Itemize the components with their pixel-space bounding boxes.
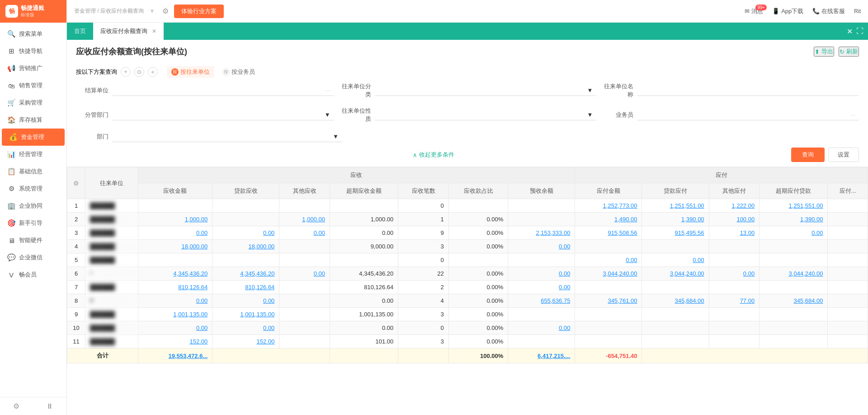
filter-add-button[interactable]: + xyxy=(121,67,131,77)
table-cell[interactable]: 1,222.00 xyxy=(709,199,760,213)
sidebar-item-funds[interactable]: 💰 资金管理 xyxy=(2,129,65,146)
table-cell[interactable]: 345,684.00 xyxy=(760,294,828,308)
table-cell[interactable]: 1,251,551.00 xyxy=(642,199,709,213)
sidebar-item-operations[interactable]: 📊 经营管理 xyxy=(0,146,66,163)
filter-dept-select[interactable]: ▼ xyxy=(112,131,342,142)
sidebar-item-enterprise[interactable]: 🏢 企业协同 xyxy=(0,197,66,215)
table-cell[interactable]: 18,000.00 xyxy=(138,240,212,253)
table-cell[interactable]: 3,044,240.00 xyxy=(575,267,642,281)
message-button[interactable]: ✉ 消息 99+ xyxy=(745,7,763,15)
table-cell[interactable]: 810,126.64 xyxy=(138,281,212,294)
table-cell[interactable]: 0.00 xyxy=(138,294,212,308)
table-cell[interactable]: 0.00 xyxy=(138,226,212,240)
filter-option-salesperson[interactable]: 按 按业务员 xyxy=(218,66,259,78)
filter-salesperson-dots[interactable]: ··· xyxy=(850,111,855,118)
dropdown-arrow-icon[interactable]: ▼ xyxy=(149,8,155,14)
table-cell[interactable]: 0.00 xyxy=(212,321,279,335)
table-cell[interactable]: 345,684.00 xyxy=(642,294,709,308)
sidebar-settings-button[interactable]: ⚙ xyxy=(13,402,19,410)
sidebar-item-member[interactable]: V 畅会员 xyxy=(0,266,66,283)
table-cell[interactable]: 810,126.64 xyxy=(212,281,279,294)
table-cell[interactable]: 0.00 xyxy=(508,281,575,294)
table-cell[interactable]: 0.00 xyxy=(138,321,212,335)
table-cell[interactable]: 0.00 xyxy=(279,226,330,240)
table-cell[interactable]: 1,000.00 xyxy=(279,213,330,226)
setting-button[interactable]: 设置 xyxy=(828,148,859,162)
table-cell xyxy=(828,253,868,267)
table-cell[interactable]: 0.00 xyxy=(508,321,575,335)
filter-settlement-input[interactable]: ··· xyxy=(112,85,334,96)
tab-ar-ap[interactable]: 应收应付余额查询 ✕ xyxy=(93,23,164,40)
table-settings-icon[interactable]: ⚙ xyxy=(73,180,79,187)
table-cell[interactable]: 77.00 xyxy=(709,294,760,308)
filter-partner-category-select[interactable]: ▼ xyxy=(375,85,597,96)
filter-salesperson-input[interactable]: ··· xyxy=(637,110,859,120)
table-cell[interactable]: 3,044,240.00 xyxy=(760,267,828,281)
sidebar-item-marketing[interactable]: 📢 营销推广 xyxy=(0,60,66,77)
table-cell[interactable]: 1,251,551.00 xyxy=(760,199,828,213)
sidebar-item-wechat[interactable]: 💬 企业微信 xyxy=(0,249,66,266)
sidebar-item-search[interactable]: 🔍 搜索菜单 xyxy=(0,25,66,43)
online-service-button[interactable]: 📞 在线客服 xyxy=(812,7,845,15)
table-cell[interactable]: 4,345,436.20 xyxy=(138,267,212,281)
table-cell[interactable]: 0.00 xyxy=(279,267,330,281)
tab-close-window-icon[interactable]: ✕ xyxy=(847,27,853,36)
table-cell[interactable]: 1,252,773.00 xyxy=(575,199,642,213)
filter-partner-name-input[interactable] xyxy=(637,85,859,96)
filter-partner-nature-select[interactable]: ▼ xyxy=(375,110,597,120)
sidebar-item-hardware[interactable]: 🖥 智能硬件 xyxy=(0,232,66,249)
query-button[interactable]: 查询 xyxy=(791,148,825,162)
filter-dept-manage-select[interactable]: ▼ xyxy=(112,110,334,120)
sidebar-item-purchase[interactable]: 🛒 采购管理 xyxy=(0,94,66,111)
user-label[interactable]: Rit xyxy=(854,8,861,14)
table-cell[interactable]: 1,390.00 xyxy=(760,213,828,226)
sidebar-collapse-button[interactable]: ⏸ xyxy=(46,402,53,410)
refresh-button[interactable]: ↻ 刷新 xyxy=(839,47,859,57)
sidebar-item-quick-nav[interactable]: ⊞ 快捷导航 xyxy=(0,43,66,60)
table-cell[interactable]: 0.00 xyxy=(212,226,279,240)
table-cell[interactable]: 345,761.00 xyxy=(575,294,642,308)
table-cell[interactable]: 0.00 xyxy=(760,226,828,240)
table-cell[interactable]: 18,000.00 xyxy=(212,240,279,253)
tab-close-icon[interactable]: ✕ xyxy=(152,28,156,34)
tab-home[interactable]: 首页 xyxy=(67,23,93,40)
filter-option-partner[interactable]: 按 按往来单位 xyxy=(167,66,214,78)
table-cell[interactable]: 3,044,240.00 xyxy=(642,267,709,281)
table-cell[interactable]: 1,000.00 xyxy=(138,213,212,226)
table-cell[interactable]: 0.00 xyxy=(642,253,709,267)
table-cell[interactable]: 1,001,135.00 xyxy=(138,308,212,321)
collapse-more-button[interactable]: ∧ 收起更多条件 xyxy=(413,151,454,159)
table-cell[interactable]: 152.00 xyxy=(212,335,279,348)
table-cell[interactable]: 0.00 xyxy=(508,240,575,253)
table-cell[interactable]: 915,508.56 xyxy=(575,226,642,240)
filter-settlement-dots[interactable]: ··· xyxy=(326,87,330,94)
table-cell[interactable]: 4,345,436.20 xyxy=(212,267,279,281)
tab-expand-icon[interactable]: ⛶ xyxy=(856,27,863,35)
sidebar-item-inventory[interactable]: 🏠 库存核算 xyxy=(0,111,66,129)
topbar-gear-icon[interactable]: ⚙ xyxy=(162,7,169,15)
export-button[interactable]: ⬆ 导出 xyxy=(814,47,834,57)
footer-ar-prepaid[interactable]: 6,417,215.... xyxy=(508,348,575,363)
table-cell[interactable]: 152.00 xyxy=(138,335,212,348)
table-cell[interactable]: 1,490.00 xyxy=(575,213,642,226)
sidebar-item-system[interactable]: ⚙ 系统管理 xyxy=(0,180,66,197)
table-cell[interactable]: 655,636.75 xyxy=(508,294,575,308)
table-cell[interactable]: 0.00 xyxy=(575,253,642,267)
filter-settings-button[interactable]: ⊙ xyxy=(134,67,144,77)
table-cell[interactable]: 915,495.56 xyxy=(642,226,709,240)
table-cell[interactable]: 2,153,333.00 xyxy=(508,226,575,240)
sidebar-item-sales[interactable]: 🛍 销售管理 xyxy=(0,77,66,94)
table-cell[interactable]: 0.00 xyxy=(508,267,575,281)
table-cell[interactable]: 1,390.00 xyxy=(642,213,709,226)
table-cell[interactable]: 1,001,135.00 xyxy=(212,308,279,321)
table-cell[interactable]: 13.00 xyxy=(709,226,760,240)
table-cell[interactable]: 0.00 xyxy=(212,294,279,308)
sidebar-item-basic[interactable]: 📋 基础信息 xyxy=(0,163,66,180)
sidebar-item-guide[interactable]: 🎯 新手引导 xyxy=(0,215,66,232)
table-cell[interactable]: 0.00 xyxy=(709,267,760,281)
promo-button[interactable]: 体验行业方案 xyxy=(174,5,224,18)
table-cell[interactable]: 100.00 xyxy=(709,213,760,226)
footer-ar-amount[interactable]: 19,553,472,6... xyxy=(138,348,212,363)
app-download-button[interactable]: 📱 App下载 xyxy=(772,7,803,15)
filter-collapse-button[interactable]: « xyxy=(148,67,158,77)
